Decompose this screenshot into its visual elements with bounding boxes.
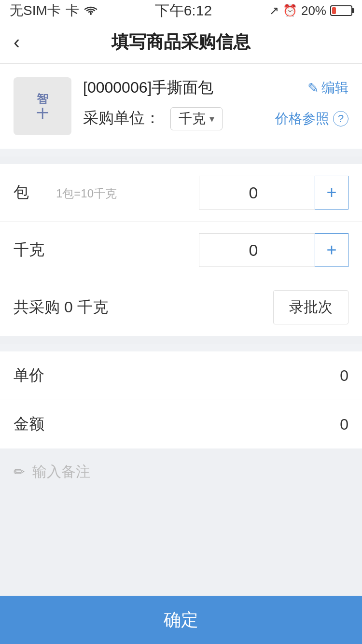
price-ref-icon: ? [333, 111, 348, 126]
plus-button-0[interactable]: + [315, 176, 348, 210]
quantity-row-1: 千克 + [0, 222, 362, 279]
status-time: 下午6:12 [155, 1, 212, 21]
total-text: 共采购 0 千克 [14, 297, 108, 318]
product-info: [0000006]手撕面包 ✎ 编辑 采购单位： 千克 ▾ 价格参照 ? [83, 77, 348, 130]
product-card: 智 十 [0000006]手撕面包 ✎ 编辑 采购单位： 千克 ▾ 价格参照 [0, 64, 362, 149]
amount-value: 0 [340, 416, 348, 434]
battery-percent: 20% [301, 3, 326, 18]
nav-bar: ‹ 填写商品采购信息 [0, 21, 362, 64]
number-input-wrap-1: + [199, 233, 348, 267]
product-image: 智 十 [14, 77, 71, 135]
alarm-icon: ⏰ [283, 4, 297, 17]
remark-section[interactable]: ✏ 输入备注 [0, 448, 362, 495]
unit-label-group: 采购单位： 千克 ▾ [83, 107, 223, 130]
status-left: 无SIM卡 卡 [10, 1, 97, 20]
wifi-icon [84, 6, 97, 15]
unit-price-row: 单价 0 [0, 351, 362, 400]
quantity-section: 包 1包=10千克 + 千克 + [0, 164, 362, 279]
remark-placeholder: 输入备注 [32, 462, 90, 482]
back-button[interactable]: ‹ [14, 31, 20, 53]
unit-value: 千克 [179, 110, 206, 128]
quantity-sublabel-0: 1包=10千克 [56, 186, 117, 201]
battery-fill [332, 7, 336, 14]
quantity-row-0: 包 1包=10千克 + [0, 164, 362, 222]
unit-select[interactable]: 千克 ▾ [170, 107, 223, 130]
unit-price-value: 0 [340, 367, 348, 385]
section-divider-1 [0, 156, 362, 164]
sim-icon: 卡 [66, 1, 79, 20]
plus-button-1[interactable]: + [315, 233, 348, 267]
product-logo: 智 十 [37, 91, 48, 121]
carrier-label: 无SIM卡 [10, 1, 61, 20]
quantity-input-1[interactable] [199, 233, 315, 267]
pencil-icon: ✏ [14, 464, 25, 480]
status-bar: 无SIM卡 卡 下午6:12 ↗ ⏰ 20% [0, 0, 362, 21]
location-icon: ↗ [269, 4, 279, 17]
section-divider-2 [0, 336, 362, 344]
unit-row: 采购单位： 千克 ▾ 价格参照 ? [83, 107, 348, 130]
number-input-wrap-0: + [199, 176, 348, 210]
page-title: 填写商品采购信息 [111, 30, 251, 54]
edit-icon: ✎ [307, 80, 319, 96]
status-right: ↗ ⏰ 20% [269, 3, 352, 18]
battery-icon [330, 5, 352, 16]
quantity-label-0: 包 [14, 182, 52, 203]
amount-label: 金额 [14, 414, 44, 435]
amount-row: 金额 0 [0, 400, 362, 448]
edit-label: 编辑 [321, 79, 348, 97]
batch-button[interactable]: 录批次 [273, 290, 348, 324]
dropdown-arrow-icon: ▾ [209, 113, 214, 125]
price-info-section: 单价 0 金额 0 [0, 351, 362, 448]
unit-label: 采购单位： [83, 109, 160, 126]
price-ref-label: 价格参照 [275, 110, 329, 128]
label-group-1: 千克 [14, 239, 189, 261]
confirm-button[interactable]: 确定 [0, 596, 362, 644]
quantity-label-1: 千克 [14, 239, 52, 261]
product-name: [0000006]手撕面包 [83, 77, 213, 98]
unit-price-label: 单价 [14, 365, 44, 386]
product-name-row: [0000006]手撕面包 ✎ 编辑 [83, 77, 348, 98]
total-amount: 0 [64, 298, 73, 316]
label-group-0: 包 1包=10千克 [14, 182, 189, 203]
total-row: 共采购 0 千克 录批次 [0, 279, 362, 336]
quantity-input-0[interactable] [199, 176, 315, 210]
price-ref-button[interactable]: 价格参照 ? [275, 110, 348, 128]
svg-point-0 [90, 13, 92, 15]
edit-button[interactable]: ✎ 编辑 [307, 79, 348, 97]
